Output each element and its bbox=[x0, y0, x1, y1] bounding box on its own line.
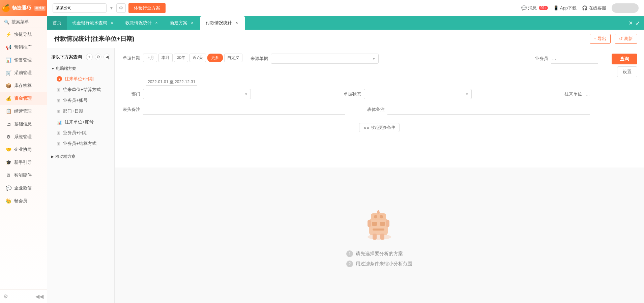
sidebar-item-inventory[interactable]: 📦 库存核算 bbox=[0, 79, 47, 92]
user-avatar[interactable] bbox=[612, 3, 639, 13]
scheme-table-icon: ⊞ bbox=[57, 87, 60, 92]
scheme-item-label: 往来单位+日期 bbox=[65, 76, 94, 82]
date-btn-this-month[interactable]: 本月 bbox=[158, 54, 173, 62]
date-btn-custom[interactable]: 自定义 bbox=[224, 54, 242, 62]
date-btn-this-year[interactable]: 本年 bbox=[174, 54, 188, 62]
sidebar-logo: 🍊 畅捷通巧 标准版 bbox=[0, 0, 47, 16]
sidebar-item-wechat[interactable]: 💬 企业微信 bbox=[0, 182, 47, 194]
page-header-actions: ↑ 导出 ↺ 刷新 bbox=[590, 34, 638, 44]
sidebar-item-quick-nav[interactable]: ⚡ 快捷导航 bbox=[0, 28, 47, 41]
collapse-scheme-btn[interactable]: ◀ bbox=[104, 54, 110, 60]
filter-right: 单据日期 上月 本月 本年 近7天 更多 自定义 来源单据 bbox=[115, 48, 644, 168]
tip-num-1: 1 bbox=[346, 250, 353, 257]
tab-new-scheme[interactable]: 新建方案 × bbox=[165, 16, 200, 30]
svg-rect-2 bbox=[372, 222, 377, 226]
industry-btn[interactable]: 体验行业方案 bbox=[128, 3, 166, 13]
query-btn[interactable]: 查询 bbox=[612, 54, 637, 64]
version-tag: 标准版 bbox=[34, 6, 46, 11]
sidebar-item-label: 企业微信 bbox=[14, 185, 32, 191]
date-btn-last-7[interactable]: 近7天 bbox=[189, 54, 206, 62]
scheme-settings-btn[interactable]: ⚙ bbox=[95, 54, 101, 60]
sidebar-item-member[interactable]: 👑 畅会员 bbox=[0, 194, 47, 207]
add-scheme-btn[interactable]: + bbox=[86, 54, 93, 60]
date-label: 单据日期 bbox=[121, 55, 140, 61]
source-label: 来源单据 bbox=[249, 56, 268, 62]
scheme-panel: 按以下方案查询 + ⚙ ◀ ▼ 电脑端方案 ● 往来单位+日期 bbox=[47, 48, 115, 303]
svg-rect-1 bbox=[369, 218, 388, 235]
topbar-settings-btn[interactable]: ⚙ bbox=[116, 3, 126, 13]
search-menu[interactable]: 🔍 搜索菜单 bbox=[0, 16, 47, 28]
status-dropdown-icon: ▼ bbox=[465, 92, 469, 96]
desktop-group-header[interactable]: ▼ 电脑端方案 bbox=[47, 64, 114, 73]
online-service-btn[interactable]: 🎧 在线客服 bbox=[582, 5, 606, 11]
partner-input[interactable] bbox=[585, 89, 632, 99]
messages-btn[interactable]: 💬 消息 99+ bbox=[521, 5, 548, 11]
scheme-item-staff-payment[interactable]: ⊞ 业务员+结算方式 bbox=[47, 138, 114, 149]
expand-tabs-btn[interactable]: ⤢ bbox=[636, 20, 640, 26]
svg-rect-6 bbox=[386, 220, 389, 227]
settings-icon[interactable]: ⚙ bbox=[3, 293, 8, 300]
member-icon: 👑 bbox=[5, 198, 11, 204]
scheme-item-staff-account[interactable]: ⊞ 业务员+账号 bbox=[47, 95, 114, 106]
dropdown-arrow-icon[interactable]: ▼ bbox=[109, 5, 114, 10]
partner-label: 往来单位 bbox=[563, 91, 582, 97]
svg-rect-7 bbox=[373, 234, 377, 240]
scheme-item-partner-payment[interactable]: ⊞ 往来单位+结算方式 bbox=[47, 84, 114, 95]
empty-tip-2: 2 用过滤条件来缩小分析范围 bbox=[346, 261, 412, 267]
topbar-left: ▼ ⚙ 体验行业方案 bbox=[53, 3, 517, 13]
header-note-input[interactable] bbox=[143, 104, 345, 115]
sidebar-item-guide[interactable]: 🎓 新手引导 bbox=[0, 156, 47, 169]
scheme-item-partner-account[interactable]: 📊 往来单位+账号 bbox=[47, 117, 114, 127]
date-btn-more[interactable]: 更多 bbox=[207, 54, 223, 62]
status-select[interactable]: ▼ bbox=[364, 89, 472, 99]
sidebar-item-purchase[interactable]: 🛒 采购管理 bbox=[0, 66, 47, 79]
source-field: 来源单据 ▼ bbox=[249, 54, 523, 64]
close-new-scheme-tab[interactable]: × bbox=[189, 20, 195, 26]
sidebar-item-finance[interactable]: 💰 资金管理 bbox=[0, 92, 47, 105]
sidebar-item-label: 新手引导 bbox=[14, 159, 32, 165]
messages-badge: 99+ bbox=[539, 6, 548, 10]
close-all-tabs-btn[interactable]: ✕ bbox=[628, 20, 633, 26]
close-collection-tab[interactable]: × bbox=[154, 20, 159, 26]
tab-home[interactable]: 首页 bbox=[47, 16, 67, 30]
staff-input[interactable] bbox=[551, 54, 598, 64]
page-content: 付款情况统计(往来单位+日期) ↑ 导出 ↺ 刷新 按以下方案查询 + bbox=[47, 30, 644, 303]
body-note-input[interactable] bbox=[387, 104, 590, 115]
company-input[interactable] bbox=[53, 3, 107, 13]
app-download-btn[interactable]: 📱 App下载 bbox=[553, 5, 577, 11]
scheme-item-dept-date[interactable]: ⊞ 部门+日期 bbox=[47, 106, 114, 117]
date-range-display: 2022-01-01 至 2022-12-31 bbox=[146, 79, 637, 85]
scheme-item-staff-date[interactable]: ⊞ 业务员+日期 bbox=[47, 127, 114, 138]
scheme-panel-actions: + ⚙ ◀ bbox=[86, 54, 110, 60]
mobile-group-header[interactable]: ▶ 移动端方案 bbox=[47, 152, 114, 161]
sidebar-item-sales[interactable]: 📊 销售管理 bbox=[0, 54, 47, 66]
close-payment-tab[interactable]: × bbox=[234, 20, 239, 26]
sidebar-item-marketing[interactable]: 📢 营销推广 bbox=[0, 41, 47, 54]
sidebar-item-hardware[interactable]: 🖥 智能硬件 bbox=[0, 169, 47, 182]
date-btn-last-month[interactable]: 上月 bbox=[143, 54, 157, 62]
sidebar-footer: ⚙ ◀◀ bbox=[0, 290, 47, 303]
dept-select[interactable]: ▼ bbox=[143, 89, 251, 99]
collapse-conditions-btn[interactable]: ∧∧ 收起更多条件 bbox=[359, 123, 400, 132]
sidebar-item-system[interactable]: ⚙ 系统管理 bbox=[0, 130, 47, 143]
refresh-btn[interactable]: ↺ 刷新 bbox=[615, 34, 637, 44]
sidebar-item-label: 销售管理 bbox=[14, 57, 32, 63]
header-note-label: 表头备注 bbox=[121, 107, 140, 113]
sidebar-item-enterprise[interactable]: 🤝 企业协同 bbox=[0, 143, 47, 156]
sidebar-item-basic[interactable]: 🗂 基础信息 bbox=[0, 118, 47, 130]
export-btn[interactable]: ↑ 导出 bbox=[590, 34, 611, 44]
mobile-group-label: 移动端方案 bbox=[55, 154, 76, 159]
scheme-item-partner-date[interactable]: ● 往来单位+日期 bbox=[47, 73, 114, 84]
sidebar-item-operations[interactable]: 📋 经营管理 bbox=[0, 105, 47, 118]
tab-collection[interactable]: 收款情况统计 × bbox=[120, 16, 165, 30]
close-bank-tab[interactable]: × bbox=[109, 20, 115, 26]
filter-settings-btn[interactable]: 设置 bbox=[617, 66, 637, 77]
source-dropdown-icon: ▼ bbox=[372, 57, 376, 61]
collapse-sidebar-icon[interactable]: ◀◀ bbox=[35, 293, 43, 300]
system-icon: ⚙ bbox=[5, 134, 11, 140]
tab-payment[interactable]: 付款情况统计 × bbox=[200, 16, 245, 30]
tab-bank[interactable]: 现金银行流水查询 × bbox=[67, 16, 120, 30]
refresh-icon: ↺ bbox=[619, 36, 623, 41]
tip-text-2: 用过滤条件来缩小分析范围 bbox=[356, 261, 412, 267]
source-select[interactable]: ▼ bbox=[271, 54, 379, 64]
